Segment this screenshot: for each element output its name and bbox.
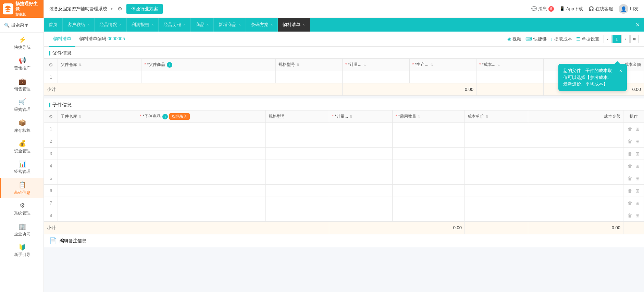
- child-row-8-spec[interactable]: [266, 209, 329, 222]
- child-row-7-unit-cost[interactable]: [465, 197, 528, 209]
- child-row-3-qty[interactable]: [393, 148, 465, 160]
- child-row-2-cost-amount[interactable]: [528, 135, 623, 148]
- delete-icon-1[interactable]: 🗑: [627, 126, 633, 132]
- parent-settings-icon[interactable]: ⚙: [49, 62, 53, 68]
- copy-icon-7[interactable]: ⊞: [634, 200, 641, 206]
- trial-button[interactable]: 体验行业方案: [126, 4, 163, 14]
- child-row-1-unit-cost[interactable]: [465, 123, 528, 135]
- parent-row-1-product[interactable]: [141, 71, 275, 83]
- child-row-7-warehouse[interactable]: [58, 197, 137, 209]
- child-row-2-unit-cost[interactable]: [465, 135, 528, 148]
- tab-barcode-close[interactable]: ×: [271, 23, 273, 27]
- tab-profit-close[interactable]: ×: [151, 23, 153, 27]
- tab-profit[interactable]: 利润报告 ×: [127, 18, 159, 32]
- tab-customer-close[interactable]: ×: [87, 23, 89, 27]
- child-row-8-warehouse[interactable]: [58, 209, 137, 222]
- child-row-3-warehouse[interactable]: [58, 148, 137, 160]
- copy-icon-4[interactable]: ⊞: [634, 163, 641, 169]
- child-row-4-unit[interactable]: [329, 160, 393, 172]
- child-row-5-product[interactable]: [137, 172, 266, 185]
- copy-icon-3[interactable]: ⊞: [634, 151, 641, 156]
- child-row-4-unit-cost[interactable]: [465, 160, 528, 172]
- tab-history[interactable]: 经营历程 ×: [159, 18, 190, 32]
- parent-row-1-production[interactable]: [409, 71, 476, 83]
- child-row-2-spec[interactable]: [266, 135, 329, 148]
- sidebar-item-sales[interactable]: 💼 销售管理: [0, 74, 44, 95]
- child-row-7-qty[interactable]: [393, 197, 465, 209]
- child-row-7-cost-amount[interactable]: [528, 197, 623, 209]
- tooltip-close-button[interactable]: ×: [619, 67, 622, 74]
- child-row-7-unit[interactable]: [329, 197, 393, 209]
- parent-row-1-cost[interactable]: [476, 71, 544, 83]
- child-row-1-cost-amount[interactable]: [528, 123, 623, 135]
- pager-current-button[interactable]: 1: [612, 35, 621, 43]
- child-row-5-unit-cost[interactable]: [465, 172, 528, 185]
- copy-icon-8[interactable]: ⊞: [634, 213, 641, 218]
- child-row-6-spec[interactable]: [266, 185, 329, 197]
- sub-tab-bom-list[interactable]: 物料清单: [49, 32, 75, 47]
- parent-row-1-unit[interactable]: [343, 71, 410, 83]
- search-button[interactable]: 🔍 搜索菜单: [3, 21, 41, 30]
- sub-tab-bom-code[interactable]: 物料清单编码 0000005: [75, 32, 129, 47]
- child-row-6-unit[interactable]: [329, 185, 393, 197]
- sidebar-item-inventory[interactable]: 📦 库存核算: [0, 116, 44, 136]
- pager-next-button[interactable]: ›: [621, 35, 630, 43]
- child-row-2-unit[interactable]: [329, 135, 393, 148]
- child-row-5-warehouse[interactable]: [58, 172, 137, 185]
- child-row-6-warehouse[interactable]: [58, 185, 137, 197]
- delete-icon-2[interactable]: 🗑: [627, 139, 633, 144]
- child-row-8-qty[interactable]: [393, 209, 465, 222]
- child-row-1-unit[interactable]: [329, 123, 393, 135]
- tab-goods-close[interactable]: ×: [207, 23, 209, 27]
- delete-icon-8[interactable]: 🗑: [627, 213, 633, 218]
- parent-row-1-warehouse[interactable]: [58, 71, 141, 83]
- message-action[interactable]: 💬 消息 6: [531, 6, 554, 12]
- child-row-8-cost-amount[interactable]: [528, 209, 623, 222]
- video-action[interactable]: ◉ 视频: [507, 36, 521, 42]
- sidebar-item-quick-nav[interactable]: ⚡ 快捷导航: [0, 33, 44, 53]
- copy-icon-6[interactable]: ⊞: [634, 188, 641, 194]
- pager-grid-button[interactable]: ⊞: [630, 35, 639, 43]
- child-row-1-qty[interactable]: [393, 123, 465, 135]
- sidebar-item-finance[interactable]: 💰 资金管理: [0, 136, 44, 157]
- copy-icon-2[interactable]: ⊞: [634, 139, 641, 144]
- child-row-6-product[interactable]: [137, 185, 266, 197]
- child-row-8-product[interactable]: [137, 209, 266, 222]
- sidebar-item-marketing[interactable]: 📢 营销推广: [0, 53, 44, 74]
- child-row-2-qty[interactable]: [393, 135, 465, 148]
- cost-action[interactable]: ↓ 提取成本: [551, 36, 572, 42]
- parent-product-info-icon[interactable]: i: [167, 62, 172, 68]
- tab-new-goods[interactable]: 新增商品 ×: [214, 18, 246, 32]
- child-row-4-spec[interactable]: [266, 160, 329, 172]
- child-row-7-spec[interactable]: [266, 197, 329, 209]
- sidebar-search[interactable]: 🔍 搜索菜单: [0, 18, 44, 33]
- child-row-7-product[interactable]: [137, 197, 266, 209]
- child-row-5-spec[interactable]: [266, 172, 329, 185]
- tab-nav-close-button[interactable]: ✕: [634, 20, 641, 30]
- child-product-info-icon[interactable]: i: [162, 114, 168, 119]
- single-setting-action[interactable]: ☰ 单据设置: [576, 36, 599, 42]
- child-row-4-qty[interactable]: [393, 160, 465, 172]
- child-row-4-warehouse[interactable]: [58, 160, 137, 172]
- child-row-8-unit-cost[interactable]: [465, 209, 528, 222]
- copy-icon-1[interactable]: ⊞: [634, 126, 641, 132]
- child-row-5-unit[interactable]: [329, 172, 393, 185]
- parent-row-1-spec[interactable]: [275, 71, 343, 83]
- child-row-2-product[interactable]: [137, 135, 266, 148]
- child-row-8-unit[interactable]: [329, 209, 393, 222]
- sidebar-item-enterprise[interactable]: 🏢 企业协同: [0, 219, 44, 240]
- copy-icon-5[interactable]: ⊞: [634, 176, 641, 181]
- child-row-4-cost-amount[interactable]: [528, 160, 623, 172]
- child-row-3-unit-cost[interactable]: [465, 148, 528, 160]
- tab-bom-close[interactable]: ×: [302, 23, 305, 27]
- child-row-5-qty[interactable]: [393, 172, 465, 185]
- tab-barcode[interactable]: 条码方案 ×: [246, 18, 278, 32]
- service-action[interactable]: 🎧 在线客服: [589, 6, 613, 12]
- delete-icon-7[interactable]: 🗑: [627, 200, 633, 206]
- child-row-1-spec[interactable]: [266, 123, 329, 135]
- tab-new-goods-close[interactable]: ×: [238, 23, 240, 27]
- child-row-2-warehouse[interactable]: [58, 135, 137, 148]
- child-row-3-unit[interactable]: [329, 148, 393, 160]
- child-settings-icon[interactable]: ⚙: [49, 114, 53, 119]
- user-action[interactable]: 👤 用友: [619, 4, 639, 14]
